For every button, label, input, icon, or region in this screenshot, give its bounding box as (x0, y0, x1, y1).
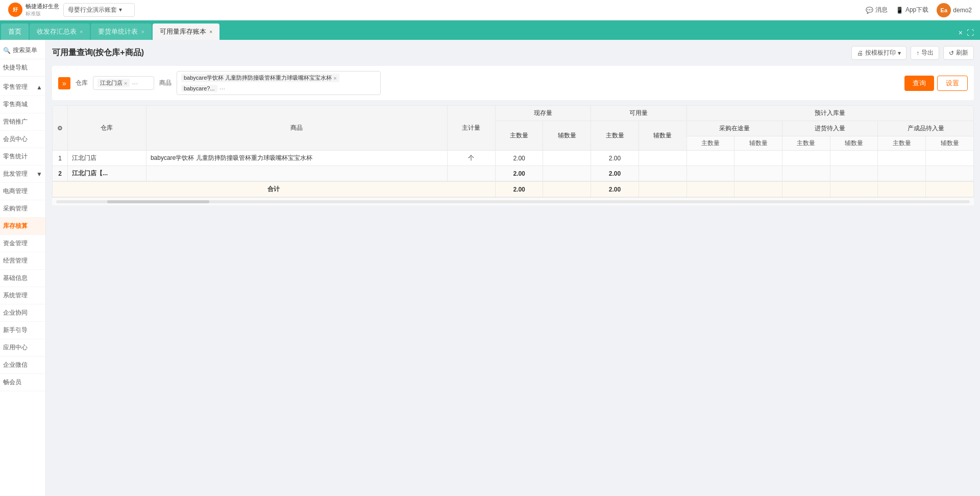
tab-stock-book[interactable]: 可用量库存账本 × (153, 23, 219, 40)
main-layout: 🔍 搜索菜单 快捷导航 零售管理 ▲ 零售商城 营销推广 会员中心 零售统计 批… (0, 40, 980, 496)
sidebar-item-system-label: 系统管理 (3, 291, 28, 300)
export-btn[interactable]: ↑ 导出 (911, 46, 939, 60)
warehouse-tag-remove[interactable]: × (124, 80, 127, 86)
query-btn[interactable]: 查询 (904, 76, 934, 91)
sidebar-item-marketing-label: 营销推广 (3, 117, 28, 126)
sidebar-item-app-center[interactable]: 应用中心 (0, 339, 45, 357)
warehouse-tag-text: 江北门店 (100, 79, 122, 87)
total-inbound-main (782, 181, 830, 197)
logo-sub: 标准版 (26, 10, 59, 17)
logo-text-group: 畅捷通好生意 标准版 (26, 3, 59, 17)
filter-expand-btn[interactable]: » (58, 77, 70, 89)
sidebar-item-ecommerce[interactable]: 电商管理 (0, 183, 45, 200)
table-row: 2 江北门店【... 2.00 2.00 (53, 166, 974, 182)
product-filter-input[interactable]: babycare学饮杯 儿童防摔防撞吸管杯重力球吸嘴杯宝宝水杯 × babyca… (177, 71, 381, 95)
sidebar-item-app-center-label: 应用中心 (3, 343, 28, 352)
avatar: Ea (937, 3, 951, 17)
sidebar: 🔍 搜索菜单 快捷导航 零售管理 ▲ 零售商城 营销推广 会员中心 零售统计 批… (0, 40, 46, 496)
horizontal-scrollbar[interactable] (52, 197, 974, 205)
sidebar-item-wechat[interactable]: 企业微信 (0, 357, 45, 374)
message-btn[interactable]: 💬 消息 (866, 6, 888, 14)
total-row: 合计 2.00 2.00 (53, 181, 974, 197)
col-stock-main: 主数量 (495, 121, 543, 151)
col-stock-aux: 辅数量 (543, 121, 591, 151)
product-more-dots: ··· (219, 84, 226, 92)
row1-avail-main: 2.00 (591, 151, 639, 166)
col-purchase-main: 主数量 (687, 136, 734, 151)
tab-summary-close[interactable]: × (80, 29, 83, 35)
sidebar-item-inventory[interactable]: 库存核算 (0, 218, 45, 235)
tab-order-stat-close[interactable]: × (141, 29, 144, 35)
export-label: 导出 (921, 49, 934, 57)
sidebar-item-system[interactable]: 系统管理 (0, 287, 45, 304)
sidebar-item-guide[interactable]: 新手引导 (0, 322, 45, 339)
industry-selector[interactable]: 母婴行业演示账套 ▾ (63, 3, 135, 17)
tab-home-label: 首页 (8, 27, 21, 36)
sidebar-item-retail-stat[interactable]: 零售统计 (0, 148, 45, 166)
row2-stock-aux (543, 166, 591, 182)
sidebar-item-collab[interactable]: 企业协同 (0, 304, 45, 322)
user-area[interactable]: Ea demo2 (937, 3, 972, 17)
table-scroll[interactable]: ⚙ 仓库 商品 主计量 现存量 可用量 预计入库量 主数量 辅数量 主数量 (52, 105, 974, 197)
sidebar-item-member[interactable]: 会员中心 (0, 131, 45, 148)
tab-summary[interactable]: 收发存汇总表 × (30, 23, 90, 40)
row1-stock-aux (543, 151, 591, 166)
chevron-wholesale-icon: ▼ (36, 171, 42, 178)
sidebar-item-finance[interactable]: 资金管理 (0, 235, 45, 252)
fullscreen-icon[interactable]: ⛶ (967, 29, 974, 37)
row2-product (146, 166, 447, 182)
sidebar-item-finance-label: 资金管理 (3, 239, 28, 248)
refresh-btn[interactable]: ↺ 刷新 (943, 46, 974, 60)
nav-tabs: 首页 收发存汇总表 × 要货单统计表 × 可用量库存账本 × × ⛶ (0, 20, 980, 40)
sidebar-item-retail[interactable]: 零售管理 ▲ (0, 79, 45, 96)
warehouse-filter-input[interactable]: 江北门店 × ··· (93, 76, 154, 90)
chevron-icon: ▲ (36, 84, 42, 91)
sidebar-item-operation[interactable]: 经营管理 (0, 252, 45, 270)
sidebar-item-basic-info[interactable]: 基础信息 (0, 270, 45, 287)
sidebar-item-member2[interactable]: 畅会员 (0, 374, 45, 391)
row1-index: 1 (53, 151, 68, 166)
col-avail-aux: 辅数量 (639, 121, 687, 151)
total-label: 合计 (53, 181, 496, 197)
col-product-pending-header: 产成品待入量 (878, 121, 974, 136)
col-inbound-pending-header: 进货待入量 (782, 121, 878, 136)
product-tag-1-text: babycare学饮杯 儿童防摔防撞吸管杯重力球吸嘴杯宝宝水杯 (184, 74, 332, 82)
settings-btn[interactable]: 设置 (937, 76, 968, 91)
sidebar-item-wholesale[interactable]: 批发管理 ▼ (0, 166, 45, 183)
product-tag-1-remove[interactable]: × (333, 75, 336, 81)
close-all-icon[interactable]: × (959, 29, 963, 37)
col-product-main: 主数量 (878, 136, 926, 151)
data-table: ⚙ 仓库 商品 主计量 现存量 可用量 预计入库量 主数量 辅数量 主数量 (52, 105, 974, 205)
sidebar-item-retail-mall[interactable]: 零售商城 (0, 96, 45, 113)
row2-warehouse: 江北门店【... (68, 166, 146, 182)
tab-order-stat[interactable]: 要货单统计表 × (91, 23, 151, 40)
logo-icon: 好 (8, 3, 22, 17)
sidebar-item-wholesale-label: 批发管理 (3, 170, 28, 178)
col-product-header: 商品 (146, 106, 447, 151)
sidebar-item-purchase[interactable]: 采购管理 (0, 200, 45, 218)
template-print-btn[interactable]: 🖨 按模板打印 ▾ (851, 46, 906, 60)
tab-stock-book-close[interactable]: × (209, 29, 212, 35)
row1-stock-main: 2.00 (495, 151, 543, 166)
col-avail-main: 主数量 (591, 121, 639, 151)
total-stock-main: 2.00 (495, 181, 543, 197)
page-title-text: 可用量查询(按仓库+商品) (52, 48, 144, 58)
chevron-down-icon: ▾ (119, 6, 122, 13)
col-forecast-header: 预计入库量 (687, 106, 973, 121)
sidebar-quick-nav[interactable]: 快捷导航 (0, 61, 45, 77)
tab-home[interactable]: 首页 (1, 23, 29, 40)
tab-stock-book-label: 可用量库存账本 (160, 27, 206, 36)
total-purchase-main (687, 181, 734, 197)
sidebar-item-marketing[interactable]: 营销推广 (0, 113, 45, 131)
app-download-btn[interactable]: 📱 App下载 (896, 6, 928, 14)
refresh-icon: ↺ (949, 50, 954, 57)
table-footer: 合计 2.00 2.00 (53, 181, 974, 197)
chevron-print-icon: ▾ (898, 50, 901, 57)
total-product-aux (926, 181, 974, 197)
sidebar-search[interactable]: 🔍 搜索菜单 (0, 44, 45, 59)
tab-order-stat-label: 要货单统计表 (98, 27, 138, 36)
col-warehouse-header: 仓库 (68, 106, 146, 151)
col-available-header: 可用量 (591, 106, 687, 121)
sidebar-item-collab-label: 企业协同 (3, 309, 28, 317)
user-name: demo2 (953, 7, 972, 14)
